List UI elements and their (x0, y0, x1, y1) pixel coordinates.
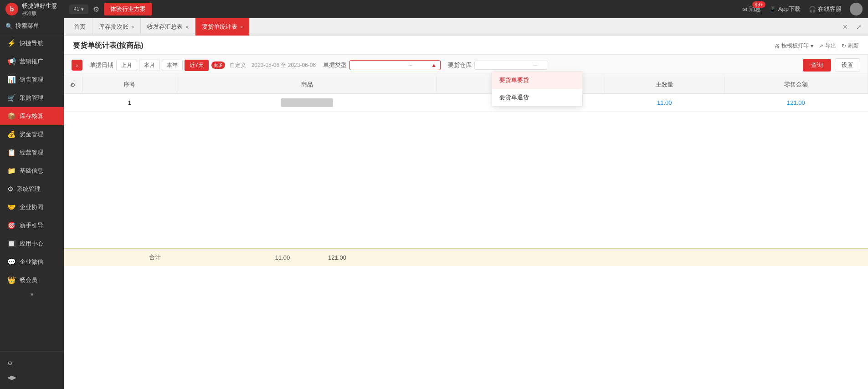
tab-home[interactable]: 首页 (67, 18, 92, 36)
row-amount: 121.00 (724, 94, 868, 112)
export-label: 导出 (825, 42, 836, 50)
company-selector[interactable]: 41 ▾ (69, 5, 88, 14)
row-index: 1 (82, 94, 177, 112)
export-button[interactable]: ↗ 导出 (819, 42, 836, 50)
app-download-button[interactable]: 📱 App下载 (769, 5, 801, 13)
sidebar-item-apps[interactable]: 🔲应用中心 (0, 235, 64, 253)
sidebar-item-purchase[interactable]: 🛒采购管理 (0, 89, 64, 107)
warehouse-selector[interactable]: ··· (474, 61, 547, 70)
search-icon: 🔍 (5, 23, 13, 30)
user-avatar[interactable] (850, 3, 863, 15)
print-template-button[interactable]: 🖨 按模板打印 ▾ (774, 42, 813, 50)
sidebar-item-sales[interactable]: 📊销售管理 (0, 71, 64, 89)
content-area: 首页库存批次账 ×收发存汇总表 ×要货单统计表 × ✕ ⤢ 要货单统计表(按商品… (64, 18, 868, 389)
table-body: 1 ██████ 块 11.00 121.00 (64, 94, 868, 112)
summary-quantity-value: 11.00 (255, 254, 310, 261)
tab-label: 库存批次账 (99, 23, 128, 31)
company-name: 41 (74, 6, 79, 12)
query-button[interactable]: 查询 (803, 59, 831, 72)
sidebar-item-label: 系统管理 (17, 185, 41, 193)
header-center: 41 ▾ ⚙ 体验行业方案 (69, 3, 742, 15)
sidebar-item-label: 基础信息 (20, 167, 43, 175)
export-icon: ↗ (819, 43, 823, 49)
summary-label: 合计 (109, 253, 200, 261)
sidebar-item-guide[interactable]: 🎯新手引导 (0, 216, 64, 235)
doc-type-selector[interactable]: ··· ▲ (349, 60, 441, 70)
date-btn-this-month[interactable]: 本月 (139, 60, 160, 71)
sidebar-item-enterprise[interactable]: 🤝企业协同 (0, 198, 64, 216)
sidebar-item-label: 资金管理 (20, 130, 43, 138)
date-options: 上月本月本年近7天 (116, 60, 209, 71)
date-btn-this-year[interactable]: 本年 (162, 60, 183, 71)
sidebar-item-operation[interactable]: 📋经营管理 (0, 143, 64, 162)
sidebar-search[interactable]: 🔍 搜索菜单 (0, 18, 64, 34)
warehouse-filter-group: 要货仓库 ··· (448, 61, 547, 70)
settings-icon[interactable]: ⚙ (93, 5, 99, 14)
date-btn-last-7-days[interactable]: 近7天 (185, 60, 209, 71)
printer-icon: 🖨 (774, 43, 780, 49)
sidebar-item-wechat[interactable]: 💬企业微信 (0, 253, 64, 271)
gear-icon: ⚙ (7, 360, 13, 367)
inventory-icon: 📦 (7, 112, 16, 120)
th-settings[interactable]: ⚙ (64, 76, 82, 94)
messages-badge: 99+ (752, 1, 765, 8)
filter-toggle-button[interactable]: › (72, 60, 82, 71)
close-tab-button[interactable]: ✕ (840, 21, 851, 32)
tab-bar: 首页库存批次账 ×收发存汇总表 ×要货单统计表 × ✕ ⤢ (64, 18, 868, 36)
table-spacer (64, 112, 868, 248)
tab-close-icon[interactable]: × (240, 24, 243, 30)
chevron-down-icon: ▾ (81, 6, 84, 12)
scroll-down-indicator[interactable]: ▾ (0, 289, 64, 300)
messages-button[interactable]: ✉ 消息 99+ (742, 5, 761, 13)
expand-tab-button[interactable]: ⤢ (853, 21, 864, 32)
app-title: 畅捷通好生意 (22, 2, 57, 10)
sidebar-item-vip[interactable]: 👑畅会员 (0, 271, 64, 289)
dropdown-items: 要货单要货要货单退货 (492, 72, 582, 106)
refresh-button[interactable]: ↻ 刷新 (842, 42, 859, 50)
custom-date-label[interactable]: 自定义 (230, 61, 246, 69)
row-quantity: 11.00 (605, 94, 724, 112)
tab-close-icon[interactable]: × (131, 24, 134, 30)
date-btn-prev-month[interactable]: 上月 (116, 60, 137, 71)
sidebar-item-system[interactable]: ⚙系统管理 (0, 180, 64, 198)
tab-label: 首页 (74, 23, 86, 31)
chevron-down-icon: ▾ (31, 291, 34, 298)
more-dates-badge[interactable]: 更多 (211, 61, 225, 69)
date-label: 单据日期 (90, 61, 113, 69)
th-index: 序号 (82, 76, 177, 94)
sidebar-item-marketing[interactable]: 📢营销推广 (0, 52, 64, 71)
tab-collect-summary[interactable]: 收发存汇总表 × (141, 18, 195, 36)
sidebar-item-label: 采购管理 (20, 94, 43, 102)
main-layout: 🔍 搜索菜单 ⚡快捷导航📢营销推广📊销售管理🛒采购管理📦库存核算💰资金管理📋经营… (0, 18, 868, 389)
sidebar-item-basic[interactable]: 📁基础信息 (0, 162, 64, 180)
dropdown-item-order-return[interactable]: 要货单退货 (492, 89, 582, 106)
page-actions: 🖨 按模板打印 ▾ ↗ 导出 ↻ 刷新 (774, 42, 859, 50)
sidebar-item-label: 新手引导 (20, 221, 43, 230)
page-header: 要货单统计表(按商品) 🖨 按模板打印 ▾ ↗ 导出 ↻ 刷新 (64, 36, 868, 54)
arrow-right-icon: › (76, 62, 78, 69)
sidebar-item-quick-nav[interactable]: ⚡快捷导航 (0, 34, 64, 52)
sidebar-menu: ⚡快捷导航📢营销推广📊销售管理🛒采购管理📦库存核算💰资金管理📋经营管理📁基础信息… (0, 34, 64, 289)
th-goods: 商品 (177, 76, 437, 94)
apps-icon: 🔲 (7, 240, 16, 248)
online-service-button[interactable]: 🎧 在线客服 (809, 5, 842, 13)
tab-close-icon[interactable]: × (185, 24, 188, 30)
filter-settings-button[interactable]: 设置 (835, 58, 860, 72)
sidebar-item-inventory[interactable]: 📦库存核算 (0, 107, 64, 125)
sidebar-settings-button[interactable]: ⚙ (0, 356, 64, 370)
data-table: ⚙ 序号 商品 主计量单位 主数量 零售金额 1 ██████ 块 11.00 … (64, 76, 868, 112)
th-amount: 零售金额 (724, 76, 868, 94)
sidebar-collapse-button[interactable]: ◀▶ (0, 370, 64, 384)
sidebar-item-label: 畅会员 (20, 276, 37, 284)
app-subtitle: 标准版 (22, 10, 57, 17)
tab-order-summary[interactable]: 要货单统计表 × (195, 18, 250, 36)
trial-button[interactable]: 体验行业方案 (104, 3, 152, 15)
table-row: 1 ██████ 块 11.00 121.00 (64, 94, 868, 112)
dropdown-item-order-goods[interactable]: 要货单要货 (492, 72, 582, 89)
tab-inventory-batch[interactable]: 库存批次账 × (92, 18, 141, 36)
date-filter-group: 单据日期 上月本月本年近7天 更多 自定义 2023-05-06 至 2023-… (90, 60, 316, 71)
message-icon: ✉ (742, 6, 747, 13)
sidebar-item-finance[interactable]: 💰资金管理 (0, 125, 64, 143)
service-icon: 🎧 (809, 6, 816, 13)
chevron-up-icon: ▲ (431, 62, 437, 68)
